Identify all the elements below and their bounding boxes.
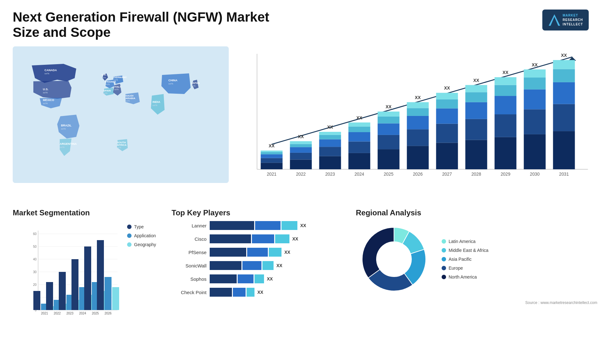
- svg-rect-77: [407, 102, 429, 108]
- svg-rect-48: [290, 144, 312, 147]
- svg-rect-62: [349, 126, 370, 132]
- svg-rect-146: [84, 246, 91, 310]
- svg-text:2025: 2025: [92, 312, 99, 315]
- svg-text:xx%: xx%: [61, 127, 66, 130]
- svg-rect-42: [261, 151, 283, 152]
- regional-legend-item: Middle East & Africa: [442, 248, 488, 253]
- regional-section: Regional Analysis Latin AmericaMiddle Ea…: [356, 208, 597, 321]
- logo-icon: [548, 14, 561, 26]
- regional-legend-label: Asia Pacific: [449, 257, 471, 262]
- seg-chart-area: 0102030405060202120222023202420252026 Ty…: [13, 221, 165, 321]
- player-bars: XX: [210, 261, 343, 270]
- svg-rect-102: [524, 109, 546, 134]
- player-bar-segment: [247, 288, 254, 297]
- legend-type: Type: [127, 224, 156, 229]
- regional-legend-label: Middle East & Africa: [449, 248, 488, 253]
- svg-rect-73: [407, 146, 429, 169]
- svg-rect-105: [524, 70, 546, 78]
- player-xx-label: XX: [284, 250, 290, 255]
- player-row: CiscoXX: [172, 234, 343, 243]
- svg-rect-47: [290, 147, 312, 153]
- svg-text:SPAIN: SPAIN: [103, 89, 111, 92]
- svg-text:U.S.: U.S.: [43, 88, 49, 91]
- svg-rect-67: [378, 135, 400, 149]
- key-players-title: Top Key Players: [172, 208, 349, 217]
- svg-text:ARGENTINA: ARGENTINA: [60, 142, 77, 145]
- svg-text:XX: XX: [561, 53, 567, 58]
- svg-rect-138: [59, 272, 66, 310]
- player-bar-segment: [210, 288, 232, 297]
- logo-area: MARKET RESEARCH INTELLECT: [534, 10, 597, 30]
- svg-rect-61: [349, 132, 370, 141]
- svg-rect-59: [349, 153, 370, 169]
- svg-rect-53: [319, 147, 341, 156]
- player-row: LannerXX: [172, 221, 343, 230]
- key-players-section: Top Key Players LannerXXCiscoXXPfSenseXX…: [172, 208, 349, 321]
- svg-rect-150: [97, 240, 104, 310]
- player-bar-segment: [281, 221, 297, 230]
- svg-text:MEXICO: MEXICO: [43, 98, 54, 102]
- legend-type-label: Type: [134, 224, 144, 229]
- svg-rect-94: [495, 137, 517, 169]
- players-list: LannerXXCiscoXXPfSenseXXSonicWallXXSopho…: [172, 221, 349, 297]
- svg-rect-95: [495, 114, 517, 137]
- svg-text:INDIA: INDIA: [152, 100, 160, 104]
- bottom-row: Market Segmentation 01020304050602021202…: [13, 208, 597, 321]
- bar-chart-container: XX2021XX2022XX2023XX2024XX2025XX2026XX20…: [238, 46, 597, 183]
- logo-line2: RESEARCH: [563, 18, 583, 22]
- svg-rect-134: [46, 282, 53, 310]
- svg-rect-91: [465, 85, 487, 92]
- player-row: SonicWallXX: [172, 261, 343, 270]
- legend-geography: Geography: [127, 242, 156, 247]
- regional-legend-item: North America: [442, 274, 488, 280]
- svg-text:2026: 2026: [105, 312, 112, 315]
- player-xx-label: XX: [292, 236, 298, 241]
- player-xx-label: XX: [276, 263, 282, 268]
- svg-rect-101: [524, 134, 546, 169]
- svg-text:2027: 2027: [442, 172, 452, 177]
- svg-rect-110: [553, 82, 575, 104]
- svg-rect-76: [407, 108, 429, 116]
- regional-legend-item: Europe: [442, 266, 488, 271]
- svg-text:XX: XX: [444, 86, 450, 91]
- seg-chart: 0102030405060202120222023202420252026: [25, 221, 121, 321]
- svg-text:xx%: xx%: [117, 146, 121, 149]
- svg-rect-49: [290, 141, 312, 144]
- svg-text:xx%: xx%: [152, 104, 157, 107]
- svg-rect-54: [319, 139, 341, 147]
- regional-title: Regional Analysis: [356, 208, 597, 217]
- regional-legend-dot: [442, 266, 446, 270]
- svg-text:ARABIA: ARABIA: [125, 97, 135, 100]
- regional-legend-dot: [442, 239, 446, 244]
- regional-legend-dot: [442, 257, 446, 261]
- svg-rect-89: [465, 102, 487, 119]
- svg-rect-103: [524, 89, 546, 109]
- svg-text:GERMANY: GERMANY: [114, 76, 127, 79]
- svg-rect-96: [495, 96, 517, 114]
- svg-rect-84: [436, 93, 458, 99]
- svg-text:BRAZIL: BRAZIL: [61, 124, 71, 127]
- legend-application: Application: [127, 233, 156, 238]
- svg-text:AFRICA: AFRICA: [117, 144, 126, 146]
- logo-box: MARKET RESEARCH INTELLECT: [542, 10, 589, 30]
- svg-text:xx%: xx%: [114, 88, 119, 91]
- map-svg: CANADA xx% U.S. xx% MEXICO xx% BRAZIL xx…: [13, 46, 229, 183]
- svg-rect-108: [553, 131, 575, 169]
- svg-text:2023: 2023: [325, 172, 335, 177]
- page-title: Next Generation Firewall (NGFW) Market S…: [13, 10, 299, 40]
- svg-text:20: 20: [33, 283, 37, 286]
- donut-chart: [356, 221, 432, 297]
- svg-text:2022: 2022: [296, 172, 306, 177]
- svg-text:2021: 2021: [41, 312, 48, 315]
- svg-text:CHINA: CHINA: [168, 79, 178, 82]
- svg-text:XX: XX: [327, 125, 333, 130]
- svg-text:2026: 2026: [413, 172, 423, 177]
- logo-line3: INTELLECT: [563, 22, 583, 27]
- svg-rect-152: [112, 287, 119, 310]
- svg-text:xx%: xx%: [105, 83, 110, 85]
- svg-text:XX: XX: [415, 95, 421, 100]
- player-bars: XX: [210, 221, 343, 230]
- player-row: PfSenseXX: [172, 248, 343, 257]
- svg-rect-56: [319, 132, 341, 135]
- player-bar-segment: [255, 221, 281, 230]
